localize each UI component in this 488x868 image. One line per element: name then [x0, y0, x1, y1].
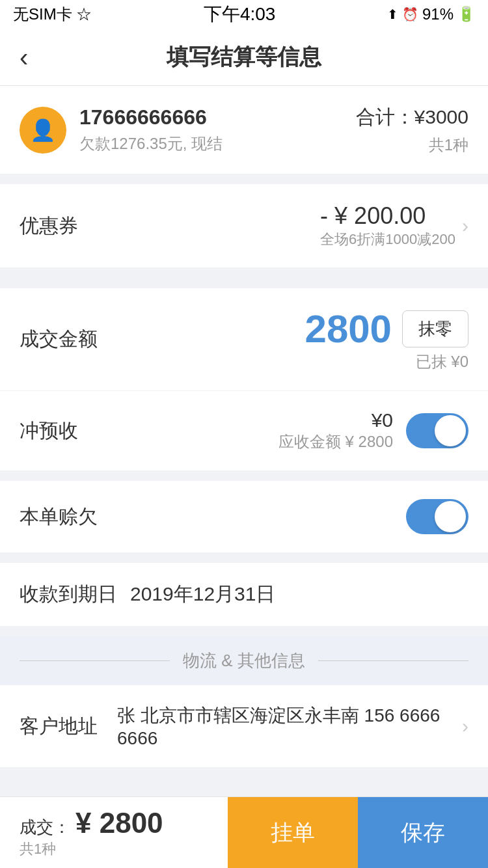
logistics-line-right: [318, 660, 468, 661]
prepay-sub-text: 应收金额 ¥ 2800: [278, 431, 393, 452]
page-title: 填写结算等信息: [167, 42, 321, 72]
customer-left: 👤 17666666666 欠款1276.35元, 现结: [20, 105, 223, 154]
deal-amount-row: 成交金额 2800 抹零 已抹 ¥0: [0, 288, 488, 391]
coupon-arrow-icon: ›: [462, 215, 468, 237]
customer-card: 👤 17666666666 欠款1276.35元, 现结 合计：¥3000 共1…: [0, 86, 488, 174]
battery-label: 91%: [422, 5, 454, 23]
status-bar-right: ⬆ ⏰ 91% 🔋: [387, 5, 475, 23]
status-bar: 无SIM卡 ☆ 下午4:03 ⬆ ⏰ 91% 🔋: [0, 0, 488, 29]
nav-bar: ‹ 填写结算等信息: [0, 29, 488, 86]
bad-debt-label: 本单赊欠: [20, 504, 98, 530]
prepay-label: 冲预收: [20, 418, 78, 444]
bad-debt-toggle[interactable]: [406, 499, 468, 534]
status-bar-left: 无SIM卡 ☆: [13, 4, 92, 25]
status-bar-time: 下午4:03: [204, 2, 276, 27]
address-value: 张 北京市市辖区海淀区永丰南 156 6666 6666: [117, 703, 455, 749]
address-label: 客户地址: [20, 713, 98, 740]
bottom-count: 共1种: [20, 839, 208, 859]
coupon-label: 优惠券: [20, 213, 78, 239]
due-date-value: 2019年12月31日: [130, 581, 275, 608]
prepay-row: 冲预收 ¥0 应收金额 ¥ 2800: [0, 391, 488, 470]
logistics-title: 物流 & 其他信息: [183, 649, 305, 672]
prepay-amount-area: ¥0 应收金额 ¥ 2800: [278, 409, 393, 452]
toggle-knob: [435, 415, 466, 446]
content: 👤 17666666666 欠款1276.35元, 现结 合计：¥3000 共1…: [0, 86, 488, 868]
hang-order-button[interactable]: 挂单: [228, 797, 358, 868]
alarm-icon: ⏰: [402, 7, 418, 22]
customer-phone: 17666666666: [79, 105, 223, 129]
hang-order-label: 挂单: [271, 818, 315, 848]
deal-amount-value-area: 2800 抹零: [305, 306, 468, 351]
section-gap-2: [0, 552, 488, 563]
section-divider-1: [0, 278, 488, 288]
no-sim-label: 无SIM卡 ☆: [13, 4, 92, 25]
section-gap-3: [0, 626, 488, 636]
bad-debt-row: 本单赊欠: [0, 481, 488, 552]
bottom-deal-line: 成交： ¥ 2800: [20, 807, 208, 839]
bottom-deal-amount: ¥ 2800: [75, 807, 163, 839]
customer-sub-text: 欠款1276.35元, 现结: [79, 133, 223, 154]
bottom-deal-label: 成交：: [20, 816, 70, 839]
round-zero-button[interactable]: 抹零: [402, 310, 468, 347]
due-date-label: 收款到期日: [20, 581, 117, 608]
logistics-header: 物流 & 其他信息: [0, 636, 488, 685]
total-amount: 合计：¥3000: [356, 104, 468, 131]
customer-right: 合计：¥3000 共1种: [356, 104, 468, 156]
address-row[interactable]: 客户地址 张 北京市市辖区海淀区永丰南 156 6666 6666 ›: [0, 685, 488, 767]
total-count: 共1种: [356, 135, 468, 156]
coupon-right: - ¥ 200.00 全场6折满1000减200 ›: [320, 202, 468, 249]
back-button[interactable]: ‹: [20, 44, 28, 70]
prepay-right: ¥0 应收金额 ¥ 2800: [278, 409, 468, 452]
deal-amount-sub: 已抹 ¥0: [305, 351, 468, 372]
logistics-line-left: [20, 660, 170, 661]
deal-amount-section: 成交金额 2800 抹零 已抹 ¥0 冲预收 ¥0 应收金额 ¥ 2800: [0, 288, 488, 470]
section-gap-1: [0, 470, 488, 481]
coupon-row[interactable]: 优惠券 - ¥ 200.00 全场6折满1000减200 ›: [0, 184, 488, 267]
avatar: 👤: [20, 107, 66, 154]
save-label: 保存: [401, 818, 445, 848]
bottom-info: 成交： ¥ 2800 共1种: [0, 797, 228, 868]
deal-amount-right: 2800 抹零 已抹 ¥0: [305, 306, 468, 372]
coupon-info: - ¥ 200.00 全场6折满1000减200: [320, 202, 455, 249]
avatar-icon: 👤: [30, 118, 56, 142]
deal-amount-value: 2800: [305, 306, 392, 351]
coupon-sub-text: 全场6折满1000减200: [320, 230, 455, 249]
prepay-amount: ¥0: [278, 409, 393, 431]
customer-info: 17666666666 欠款1276.35元, 现结: [79, 105, 223, 154]
battery-icon: 🔋: [457, 6, 475, 23]
prepay-toggle[interactable]: [406, 413, 468, 448]
address-arrow-icon: ›: [462, 715, 468, 737]
bottom-bar: 成交： ¥ 2800 共1种 挂单 保存: [0, 796, 488, 868]
due-date-row: 收款到期日 2019年12月31日: [0, 563, 488, 626]
location-icon: ⬆: [387, 7, 398, 22]
deal-amount-label: 成交金额: [20, 326, 98, 353]
bad-debt-toggle-knob: [435, 501, 466, 532]
save-button[interactable]: 保存: [358, 797, 488, 868]
coupon-discount: - ¥ 200.00: [320, 202, 455, 230]
